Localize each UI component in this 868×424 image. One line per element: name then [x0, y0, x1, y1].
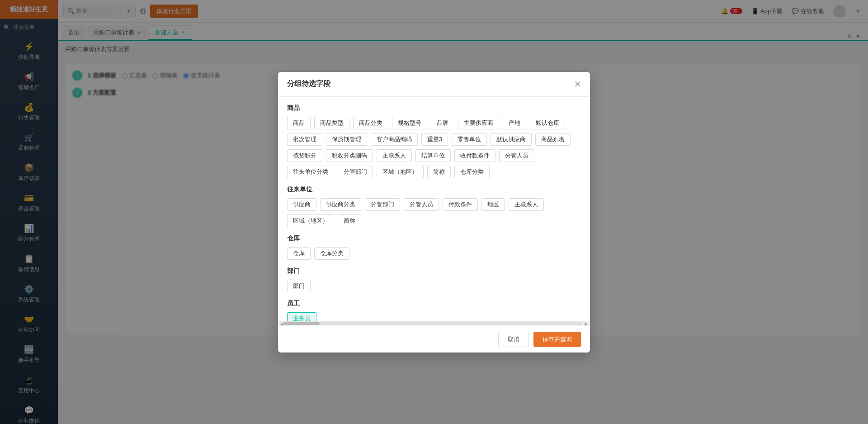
field-tag-supplier-category[interactable]: 供应商分类 — [320, 198, 361, 211]
field-tag-contact-person[interactable]: 主联系人 — [377, 149, 412, 162]
field-tag-payment-terms[interactable]: 收付款条件 — [454, 149, 495, 162]
field-tags-partner: 供应商供应商分类分管部门分管人员付款条件地区主联系人区域（地区）简称 — [287, 198, 581, 227]
field-tag-warehouse[interactable]: 仓库 — [287, 247, 311, 260]
field-tag-region-goods[interactable]: 区域（地区） — [377, 166, 424, 178]
field-tag-brand[interactable]: 品牌 — [431, 117, 454, 129]
hscroll-thumb[interactable] — [283, 322, 320, 325]
field-tag-settlement-unit[interactable]: 结算单位 — [415, 149, 451, 162]
confirm-button[interactable]: 保存并查询 — [533, 332, 581, 347]
field-tag-default-supplier[interactable]: 默认供应商 — [491, 133, 532, 146]
field-tag-payment-cond[interactable]: 付款条件 — [443, 198, 478, 211]
field-tag-spec-type[interactable]: 规格型号 — [392, 117, 427, 129]
field-tag-warehouse-category[interactable]: 仓库分类 — [314, 247, 349, 260]
field-tag-supervisor[interactable]: 分管人员 — [499, 149, 534, 162]
section-title-department: 部门 — [287, 267, 581, 275]
field-tag-supplier[interactable]: 供应商 — [287, 198, 316, 211]
field-tag-goods[interactable]: 商品 — [287, 117, 311, 129]
field-tag-default-warehouse[interactable]: 默认仓库 — [530, 117, 565, 129]
field-tag-batch-mgmt[interactable]: 批次管理 — [287, 133, 322, 146]
field-tag-salesperson[interactable]: 业务员 — [287, 312, 316, 321]
field-tag-goods-alias[interactable]: 商品别名 — [535, 133, 571, 146]
field-tag-origin[interactable]: 产地 — [503, 117, 526, 129]
field-tag-department[interactable]: 部门 — [287, 280, 311, 292]
modal-footer: 取消 保存并查询 — [278, 326, 590, 353]
modal-header: 分组待选字段 ✕ — [278, 72, 590, 97]
field-tag-dept-person[interactable]: 分管人员 — [404, 198, 439, 211]
field-tag-customer-code[interactable]: 客户商品编码 — [371, 133, 418, 146]
field-tag-quality-mgmt[interactable]: 保质期管理 — [326, 133, 367, 146]
section-goods: 商品商品商品类型商品分类规格型号品牌主要供应商产地默认仓库批次管理保质期管理客户… — [287, 104, 581, 178]
field-tag-goods-category[interactable]: 商品分类 — [353, 117, 388, 129]
section-title-partner: 往来单位 — [287, 186, 581, 194]
field-tag-dept[interactable]: 分管部门 — [365, 198, 400, 211]
modal-body[interactable]: 商品商品商品类型商品分类规格型号品牌主要供应商产地默认仓库批次管理保质期管理客户… — [278, 97, 590, 321]
field-tag-short-name2[interactable]: 简称 — [338, 214, 361, 227]
field-tags-employee: 业务员 — [287, 312, 581, 321]
field-tag-source-unit-category[interactable]: 往来单位分类 — [287, 166, 334, 178]
cancel-button[interactable]: 取消 — [498, 332, 529, 347]
modal-title: 分组待选字段 — [287, 79, 330, 89]
field-tag-tax-code[interactable]: 税收分类编码 — [326, 149, 373, 162]
modal-horizontal-scrollbar[interactable]: ◀ ▶ — [278, 321, 590, 326]
field-tag-main-supplier[interactable]: 主要供应商 — [458, 117, 499, 129]
field-tag-pickup-points[interactable]: 拣货积分 — [287, 149, 322, 162]
field-tag-goods-type[interactable]: 商品类型 — [314, 117, 349, 129]
field-selection-modal: 分组待选字段 ✕ 商品商品商品类型商品分类规格型号品牌主要供应商产地默认仓库批次… — [278, 72, 590, 353]
section-employee: 员工业务员 — [287, 300, 581, 321]
field-tags-warehouse: 仓库仓库分类 — [287, 247, 581, 260]
field-tag-main-contact[interactable]: 主联系人 — [509, 198, 544, 211]
section-title-warehouse: 仓库 — [287, 234, 581, 243]
section-partner: 往来单位供应商供应商分类分管部门分管人员付款条件地区主联系人区域（地区）简称 — [287, 186, 581, 227]
field-tag-retail-unit[interactable]: 零售单位 — [452, 133, 487, 146]
field-tag-short-name[interactable]: 简称 — [427, 166, 451, 178]
field-tags-department: 部门 — [287, 280, 581, 292]
section-title-employee: 员工 — [287, 300, 581, 308]
section-title-goods: 商品 — [287, 104, 581, 112]
hscroll-track — [283, 322, 583, 325]
modal-close-button[interactable]: ✕ — [574, 79, 581, 89]
section-warehouse: 仓库仓库仓库分类 — [287, 234, 581, 260]
field-tag-dept-mgmt[interactable]: 分管部门 — [338, 166, 373, 178]
field-tag-region2[interactable]: 区域（地区） — [287, 214, 334, 227]
field-tag-region-partner[interactable]: 地区 — [481, 198, 505, 211]
field-tag-weight3[interactable]: 重量3 — [421, 133, 448, 146]
section-department: 部门部门 — [287, 267, 581, 292]
field-tag-warehouse-category-goods[interactable]: 仓库分类 — [454, 166, 490, 178]
field-tags-goods: 商品商品类型商品分类规格型号品牌主要供应商产地默认仓库批次管理保质期管理客户商品… — [287, 117, 581, 178]
